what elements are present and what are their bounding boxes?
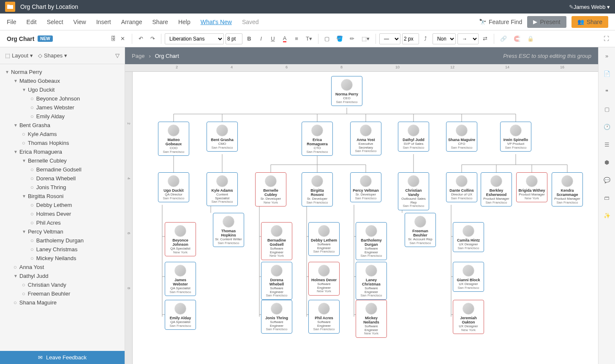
tree-item[interactable]: ▼Bernelle Cubley: [0, 156, 125, 165]
org-node[interactable]: Bartholemy DurganSoftware EngineerSan Fr…: [356, 222, 387, 260]
redo-button[interactable]: ↷: [147, 33, 158, 45]
menu-select[interactable]: Select: [47, 19, 63, 25]
swap-arrows-button[interactable]: ⇄: [480, 33, 490, 45]
org-node[interactable]: Bernelle CubleySr. DeveloperNew York: [255, 172, 286, 206]
org-node[interactable]: Thomas HopkinsSr. Content WriterSan Fran…: [213, 213, 244, 247]
magnet-button[interactable]: 🧲: [511, 33, 523, 45]
tree-item[interactable]: ○Laney Christmas: [0, 245, 125, 254]
share-button[interactable]: 👥 Share: [571, 16, 608, 28]
org-node[interactable]: Dathyl JuddSVP of SalesSan Francisco: [398, 122, 429, 152]
org-node[interactable]: Kendra ScrammageProduct ManagerSan Franc…: [552, 172, 583, 206]
line-style-select[interactable]: —: [379, 33, 400, 44]
tree-item[interactable]: ▼Matteo Gobeaux: [0, 76, 125, 85]
menu-share[interactable]: Share: [152, 19, 168, 25]
org-node[interactable]: Gianni BlockUX DesignerSan Francisco: [453, 262, 484, 292]
tree-item[interactable]: ○Freeman Beuhler: [0, 289, 125, 298]
org-node[interactable]: Jeremiah OaktonUX DesignerNew York: [453, 300, 484, 334]
menu-file[interactable]: File: [7, 19, 16, 25]
text-color-button[interactable]: A: [280, 33, 290, 45]
present-icon[interactable]: ▢: [602, 104, 612, 114]
bold-button[interactable]: B: [244, 33, 254, 45]
menu-help[interactable]: Help: [178, 19, 190, 25]
tree-item[interactable]: ○Bernadine Godsell: [0, 165, 125, 174]
font-size-input[interactable]: [226, 33, 242, 44]
tree-item[interactable]: ○Kyle Adams: [0, 130, 125, 139]
page-icon[interactable]: 📄: [602, 68, 612, 79]
tree-item[interactable]: ▼Birgitta Rosoni: [0, 192, 125, 201]
tree-item[interactable]: ○Jonis Thring: [0, 183, 125, 192]
tree-item[interactable]: ○Shana Maguire: [0, 298, 125, 307]
org-node[interactable]: James WebsterQA SpecialistSan Francisco: [165, 262, 196, 296]
close-panel-icon[interactable]: ✕: [120, 35, 125, 42]
tree-item[interactable]: ○Thomas Hopkins: [0, 139, 125, 147]
tree-item[interactable]: ○Emily Alday: [0, 112, 125, 121]
arrow-start-select[interactable]: None: [433, 33, 456, 44]
text-options-button[interactable]: T▾: [303, 33, 315, 45]
org-node[interactable]: Laney ChristmasSoftware EngineerSan Fran…: [356, 262, 387, 300]
org-node[interactable]: Erica RomagueraCTOSan Francisco: [302, 122, 333, 156]
feature-find[interactable]: 🔭Feature Find: [479, 19, 522, 25]
document-title[interactable]: Org Chart by Location: [20, 3, 566, 10]
lock-button[interactable]: 🔒: [525, 33, 536, 45]
shapes-dropdown[interactable]: ◇ Shapes ▾: [38, 52, 67, 59]
org-node[interactable]: Jonis ThringSoftware EngineerSan Francis…: [261, 300, 292, 334]
edit-title-icon[interactable]: ✎: [569, 4, 574, 10]
org-node[interactable]: Freeman BeuhlerSr. Account RepSan Franci…: [405, 213, 436, 247]
collapse-rail-icon[interactable]: »: [602, 51, 612, 61]
menu-whatsnew[interactable]: What's New: [201, 19, 232, 25]
menu-view[interactable]: View: [73, 19, 86, 25]
breadcrumb-page[interactable]: Page: [132, 53, 144, 59]
org-node[interactable]: Birgitta RosoniSr. DeveloperSan Francisc…: [302, 172, 333, 206]
tree-item[interactable]: ○Phil Acres: [0, 218, 125, 227]
canvas[interactable]: 246810121416 2468 Norma PerryCEOSan Fran…: [125, 64, 598, 364]
menu-insert[interactable]: Insert: [96, 19, 111, 25]
shape-fill-button[interactable]: ▢: [322, 33, 332, 45]
org-node[interactable]: Phil AcresSoftware EngineerSan Francisco: [308, 300, 340, 334]
org-node[interactable]: Percy VeltmanSr. DeveloperSan Francisco: [350, 172, 381, 202]
tree-item[interactable]: ▼Ugo Duckit: [0, 85, 125, 94]
undo-button[interactable]: ↶: [136, 33, 146, 45]
tree-item[interactable]: ▼Norma Perry: [0, 68, 125, 76]
org-node[interactable]: Bernadine GodsellSoftware EngineerNew Yo…: [261, 222, 292, 260]
org-node[interactable]: Matteo GobeauxCOOSan Francisco: [158, 122, 189, 156]
link-button[interactable]: 🔗: [498, 33, 509, 45]
org-node[interactable]: Irwin SpinelloVP ProductSan Francisco: [500, 122, 531, 152]
org-node[interactable]: Mickey NeilandsSoftware EngineerNew York: [356, 300, 387, 338]
org-node[interactable]: Ugo DuckitQA DirectorSan Francisco: [158, 172, 189, 202]
font-select[interactable]: Liberation Sans: [165, 33, 224, 44]
tree-item[interactable]: ▼Dathyl Judd: [0, 272, 125, 280]
comment-icon[interactable]: ❝: [602, 86, 612, 96]
tree-item[interactable]: ○James Webster: [0, 103, 125, 112]
fill-color-button[interactable]: 🪣: [334, 33, 346, 45]
folder-icon[interactable]: [5, 2, 15, 12]
menu-arrange[interactable]: Arrange: [121, 19, 142, 25]
tree-item[interactable]: ○Mickey Neilands: [0, 254, 125, 263]
tree-item[interactable]: ○Christian Vandy: [0, 280, 125, 289]
data-link-icon[interactable]: ⬢: [602, 157, 612, 167]
tree-item[interactable]: ○Anna Yost: [0, 263, 125, 272]
database-icon[interactable]: 🗃: [602, 193, 612, 203]
menu-edit[interactable]: Edit: [27, 19, 37, 25]
org-node[interactable]: Dorena WhebellSoftware EngineerSan Franc…: [261, 262, 292, 300]
underline-button[interactable]: U: [268, 33, 278, 45]
line-shape-button[interactable]: ⤴: [421, 33, 431, 45]
present-button[interactable]: ▶ Present: [527, 16, 566, 28]
tree-item[interactable]: ○Beyonce Johnson: [0, 94, 125, 103]
data-icon[interactable]: 🗄: [111, 35, 116, 42]
breadcrumb-current[interactable]: Org Chart: [155, 53, 179, 59]
italic-button[interactable]: I: [256, 33, 266, 45]
org-node[interactable]: Dante CollinsDirector of UXSan Francisco: [446, 172, 477, 202]
fullscreen-button[interactable]: ⛶: [601, 33, 612, 45]
org-node[interactable]: Berkley EsherwoodProduct ManagerSan Fran…: [481, 172, 512, 206]
org-node[interactable]: Emily AldayQA SpecialistSan Francisco: [165, 300, 196, 330]
org-node[interactable]: Brigida WitheyProduct ManagerNew York: [516, 172, 547, 202]
org-node[interactable]: Norma PerryCEOSan Francisco: [331, 76, 362, 106]
org-node[interactable]: Holmes DeverSoftware EngineerNew York: [308, 262, 340, 296]
magic-icon[interactable]: ✨: [602, 210, 612, 220]
org-node[interactable]: Debby LethemSoftware EngineerSan Francis…: [308, 222, 340, 256]
line-width-input[interactable]: [402, 33, 419, 44]
tree-item[interactable]: ○Bartholemy Durgan: [0, 236, 125, 245]
arrow-end-select[interactable]: →: [457, 33, 479, 44]
tree-item[interactable]: ▼Bent Grasha: [0, 121, 125, 130]
tree-item[interactable]: ▼Erica Romaguera: [0, 147, 125, 156]
